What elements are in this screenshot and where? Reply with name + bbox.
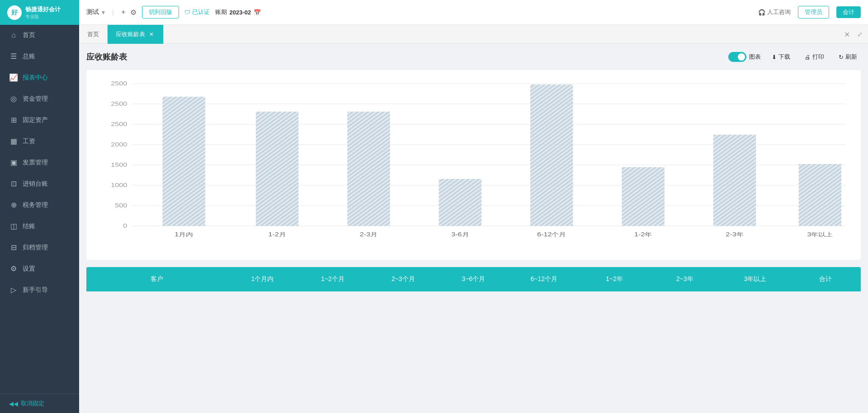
content-actions: 图表 ⬇ 下载 🖨 打印 ↻ 刷新 (728, 51, 861, 63)
wage-icon: ▦ (9, 137, 18, 145)
svg-text:0: 0 (123, 223, 127, 229)
topbar-actions: + ⚙ (121, 8, 136, 17)
content-header: 应收账龄表 图表 ⬇ 下载 🖨 打印 ↻ 刷新 (86, 51, 861, 63)
sidebar-item-report[interactable]: 📈 报表中心 (0, 67, 79, 88)
asset-icon: ⊞ (9, 116, 18, 124)
window-expand-icon[interactable]: ⤢ (857, 31, 863, 38)
period-value: 2023-02 (230, 9, 251, 16)
svg-text:2500: 2500 (111, 80, 127, 86)
print-button[interactable]: 🖨 打印 (801, 51, 828, 63)
sidebar-item-close[interactable]: ◫ 结账 (0, 216, 79, 237)
col-6-12month: 6~12个月 (509, 267, 579, 291)
project-name: 测试 (86, 8, 99, 16)
sidebar-item-home[interactable]: ⌂ 首页 (0, 25, 79, 46)
svg-text:500: 500 (115, 202, 127, 208)
bar-1-2年 (622, 167, 664, 226)
col-1-2year: 1~2年 (579, 267, 650, 291)
content-area: 应收账龄表 图表 ⬇ 下载 🖨 打印 ↻ 刷新 (79, 44, 868, 413)
bar-3年以上 (799, 164, 841, 226)
topbar: 测试 ▾ | + ⚙ 切到旧版 🛡 已认证 账期 2023-02 📅 🎧 人工咨… (79, 0, 868, 25)
logo-text: 畅捷通好会计 专业版 (25, 5, 61, 20)
refresh-icon: ↻ (839, 54, 844, 61)
tabbar: 首页 应收账龄表 ✕ ✕ ⤢ (79, 25, 868, 44)
sidebar-item-fund[interactable]: ◎ 资金管理 (0, 88, 79, 109)
pin-icon: ◀◀ (9, 400, 18, 407)
sidebar-item-settings[interactable]: ⚙ 设置 (0, 258, 79, 279)
tab-close-icon[interactable]: ✕ (148, 31, 155, 38)
svg-text:2500: 2500 (111, 101, 127, 107)
chevron-down-icon: ▾ (102, 9, 105, 16)
logo-icon: 好 (7, 5, 22, 20)
svg-text:1500: 1500 (111, 162, 127, 168)
manager-button[interactable]: 管理员 (798, 6, 829, 19)
sidebar-item-invoice[interactable]: ▣ 发票管理 (0, 152, 79, 173)
download-button[interactable]: ⬇ 下载 (768, 51, 794, 63)
svg-text:1-2年: 1-2年 (634, 231, 652, 237)
guide-icon: ▷ (9, 286, 18, 294)
main-area: 测试 ▾ | + ⚙ 切到旧版 🛡 已认证 账期 2023-02 📅 🎧 人工咨… (79, 0, 868, 413)
fund-icon: ◎ (9, 94, 18, 103)
window-close-icon[interactable]: ✕ (844, 30, 850, 38)
switch-old-version-button[interactable]: 切到旧版 (142, 6, 179, 19)
sidebar-nav: ⌂ 首页 ☰ 总账 📈 报表中心 ◎ 资金管理 ⊞ 固定资产 ▦ 工资 ▣ 发票… (0, 25, 79, 394)
sidebar-item-asset[interactable]: ⊞ 固定资产 (0, 109, 79, 131)
col-2-3year: 2~3年 (650, 267, 720, 291)
sidebar-pin-toggle[interactable]: ◀◀ 取消固定 (0, 394, 79, 413)
svg-text:1000: 1000 (111, 182, 127, 188)
page-title: 应收账龄表 (86, 52, 127, 62)
bar-3-6月 (439, 179, 481, 226)
svg-text:3年以上: 3年以上 (807, 231, 833, 237)
svg-text:2-3月: 2-3月 (360, 231, 377, 237)
col-1-2month: 1~2个月 (297, 267, 368, 291)
sidebar-item-guide[interactable]: ▷ 新手引导 (0, 279, 79, 300)
svg-text:1-2月: 1-2月 (268, 231, 286, 237)
sidebar-item-tax[interactable]: ⊕ 税务管理 (0, 194, 79, 216)
ledger-icon: ☰ (9, 52, 18, 61)
sidebar-item-wage[interactable]: ▦ 工资 (0, 131, 79, 152)
bar-1-2月 (256, 112, 298, 226)
home-icon: ⌂ (9, 31, 18, 39)
sidebar-logo: 好 畅捷通好会计 专业版 (0, 0, 79, 25)
customer-service-button[interactable]: 🎧 人工咨询 (758, 8, 791, 16)
toggle-label: 图表 (749, 53, 761, 61)
calendar-icon[interactable]: 📅 (254, 9, 261, 16)
chart-toggle[interactable] (728, 52, 746, 62)
svg-text:2000: 2000 (111, 141, 127, 147)
headset-icon: 🎧 (758, 9, 765, 16)
download-icon: ⬇ (772, 54, 777, 61)
table-header: 客户 1个月内 1~2个月 2~3个月 3~6个月 6~12个月 1~2年 2~… (86, 267, 861, 291)
sidebar-item-ledger[interactable]: ☰ 总账 (0, 46, 79, 67)
shield-icon: 🛡 (184, 9, 190, 16)
project-selector[interactable]: 测试 ▾ (86, 8, 105, 16)
chart-container: 2500 2500 2500 2000 1500 1000 500 0 (86, 70, 861, 260)
bar-chart: 2500 2500 2500 2000 1500 1000 500 0 (95, 79, 852, 246)
topbar-right: 🎧 人工咨询 管理员 会计 (758, 6, 861, 19)
bar-6-12月 (530, 84, 573, 226)
cert-status: 🛡 已认证 (184, 8, 210, 16)
settings-gear-icon[interactable]: ⚙ (130, 8, 137, 17)
svg-text:2500: 2500 (111, 121, 127, 127)
col-1month: 1个月内 (227, 267, 297, 291)
print-icon: 🖨 (805, 54, 811, 61)
add-icon[interactable]: + (121, 8, 125, 16)
svg-text:1月内: 1月内 (175, 231, 193, 237)
sidebar-item-archive[interactable]: ⊟ 归档管理 (0, 237, 79, 258)
accountant-button[interactable]: 会计 (836, 6, 861, 18)
settings-icon: ⚙ (9, 264, 18, 273)
close-accounts-icon: ◫ (9, 222, 18, 230)
svg-text:2-3年: 2-3年 (726, 231, 743, 237)
bar-2-3月 (347, 112, 390, 226)
sidebar: 好 畅捷通好会计 专业版 ⌂ 首页 ☰ 总账 📈 报表中心 ◎ 资金管理 ⊞ 固… (0, 0, 79, 413)
tab-home[interactable]: 首页 (79, 25, 108, 44)
refresh-button[interactable]: ↻ 刷新 (835, 51, 861, 63)
tab-aging[interactable]: 应收账龄表 ✕ (108, 25, 164, 44)
sidebar-item-purchase[interactable]: ⊡ 进销台账 (0, 173, 79, 194)
col-customer: 客户 (86, 267, 227, 291)
bar-1月内 (162, 97, 205, 226)
col-2-3month: 2~3个月 (368, 267, 439, 291)
purchase-icon: ⊡ (9, 179, 18, 188)
report-icon: 📈 (9, 73, 18, 82)
invoice-icon: ▣ (9, 158, 18, 167)
bar-2-3年 (713, 135, 756, 226)
topbar-divider-1: | (112, 8, 114, 16)
